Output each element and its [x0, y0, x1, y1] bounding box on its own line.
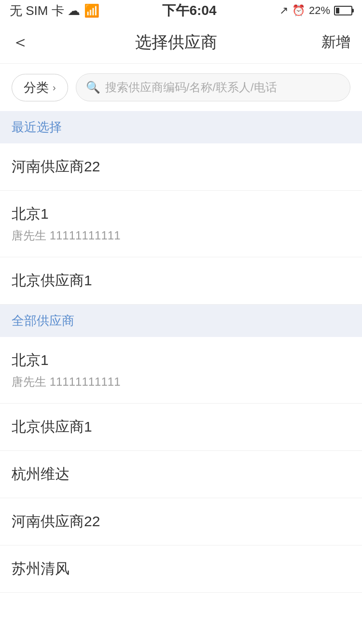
status-left: 无 SIM 卡 ☁ 📶	[10, 2, 99, 19]
item-sub: 唐先生 11111111111	[12, 374, 350, 390]
list-item[interactable]: 北京1唐先生 11111111111	[0, 191, 362, 257]
category-filter-button[interactable]: 分类 ›	[12, 74, 68, 101]
recent-section-header: 最近选择	[0, 111, 362, 143]
item-name: 杭州维达	[12, 464, 350, 484]
all-list: 北京1唐先生 11111111111北京供应商1杭州维达河南供应商22苏州清风	[0, 337, 362, 593]
chevron-right-icon: ›	[53, 82, 56, 93]
item-name: 北京供应商1	[12, 417, 350, 437]
sim-status: 无 SIM 卡 ☁	[10, 2, 80, 19]
add-new-button[interactable]: 新增	[312, 32, 350, 52]
status-right: ↗ ⏰ 22%	[279, 4, 352, 17]
item-name: 北京1	[12, 350, 350, 370]
search-icon: 🔍	[86, 81, 100, 94]
list-item[interactable]: 北京供应商1	[0, 404, 362, 451]
battery-indicator	[334, 6, 352, 15]
back-button[interactable]: ＜	[12, 30, 41, 54]
location-icon: ↗	[279, 4, 288, 17]
recent-list: 河南供应商22北京1唐先生 11111111111北京供应商1	[0, 143, 362, 305]
search-placeholder: 搜索供应商编码/名称/联系人/电话	[105, 80, 277, 95]
list-item[interactable]: 北京1唐先生 11111111111	[0, 337, 362, 404]
category-label: 分类	[24, 79, 49, 96]
all-section-header: 全部供应商	[0, 305, 362, 337]
list-item[interactable]: 苏州清风	[0, 546, 362, 593]
search-box[interactable]: 🔍 搜索供应商编码/名称/联系人/电话	[76, 73, 350, 101]
battery-box	[334, 6, 352, 15]
filter-bar: 分类 › 🔍 搜索供应商编码/名称/联系人/电话	[0, 64, 362, 111]
item-name: 北京供应商1	[12, 271, 350, 291]
list-item[interactable]: 杭州维达	[0, 451, 362, 498]
item-name: 河南供应商22	[12, 512, 350, 532]
list-item[interactable]: 河南供应商22	[0, 498, 362, 546]
list-item[interactable]: 北京供应商1	[0, 257, 362, 305]
page-title: 选择供应商	[135, 31, 217, 54]
wifi-icon: 📶	[84, 3, 99, 18]
nav-bar: ＜ 选择供应商 新增	[0, 21, 362, 64]
item-name: 北京1	[12, 204, 350, 224]
alarm-icon: ⏰	[292, 4, 305, 17]
status-bar: 无 SIM 卡 ☁ 📶 下午6:04 ↗ ⏰ 22%	[0, 0, 362, 21]
status-time: 下午6:04	[162, 1, 216, 20]
list-item[interactable]: 河南供应商22	[0, 143, 362, 191]
battery-text: 22%	[309, 4, 330, 17]
item-name: 苏州清风	[12, 559, 350, 579]
item-sub: 唐先生 11111111111	[12, 228, 350, 243]
item-name: 河南供应商22	[12, 157, 350, 177]
battery-fill	[336, 8, 339, 14]
